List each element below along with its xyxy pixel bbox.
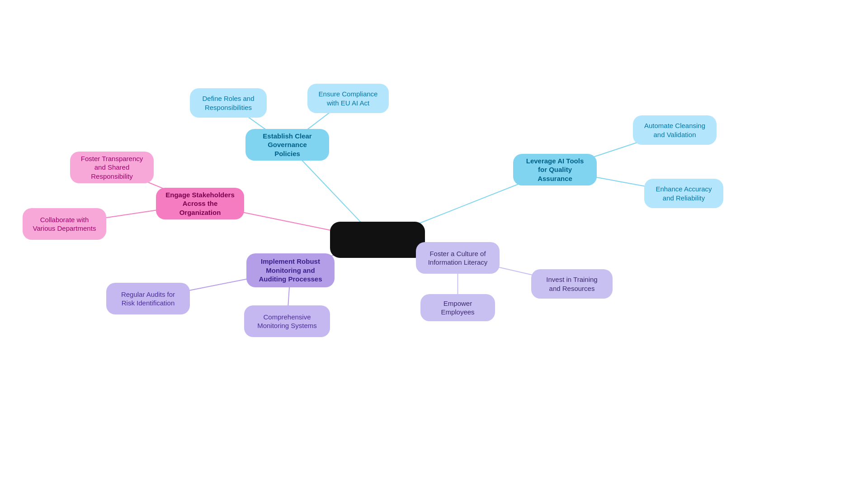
node-empower-employees: Empower Employees [420, 294, 495, 321]
node-foster-literacy: Foster a Culture of Information Literacy [416, 242, 500, 274]
node-label-foster-literacy: Foster a Culture of Information Literacy [425, 249, 491, 267]
node-label-comprehensive-monitoring: Comprehensive Monitoring Systems [253, 313, 321, 330]
node-label-implement-monitoring: Implement Robust Monitoring and Auditing… [255, 257, 326, 284]
node-collaborate-departments: Collaborate with Various Departments [23, 208, 106, 240]
node-label-automate-cleansing: Automate Cleansing and Validation [642, 121, 708, 139]
node-label-regular-audits: Regular Audits for Risk Identification [115, 290, 181, 308]
node-establish-governance: Establish Clear Governance Policies [245, 129, 329, 161]
node-label-establish-governance: Establish Clear Governance Policies [255, 132, 320, 158]
node-label-leverage-ai: Leverage AI Tools for Quality Assurance [522, 157, 588, 183]
node-implement-monitoring: Implement Robust Monitoring and Auditing… [246, 253, 335, 287]
node-label-enhance-accuracy: Enhance Accuracy and Reliability [653, 185, 714, 202]
node-label-define-roles: Define Roles and Responsibilities [199, 94, 258, 112]
node-comprehensive-monitoring: Comprehensive Monitoring Systems [244, 305, 330, 337]
node-leverage-ai: Leverage AI Tools for Quality Assurance [513, 154, 597, 186]
node-foster-transparency: Foster Transparency and Shared Responsib… [70, 152, 154, 183]
center-node [330, 222, 425, 258]
node-label-invest-training: Invest in Training and Resources [540, 275, 604, 293]
node-label-ensure-compliance: Ensure Compliance with EU AI Act [316, 90, 380, 107]
node-label-engage-stakeholders: Engage Stakeholders Across the Organizat… [165, 190, 235, 217]
node-label-foster-transparency: Foster Transparency and Shared Responsib… [79, 154, 145, 181]
node-ensure-compliance: Ensure Compliance with EU AI Act [307, 84, 389, 113]
node-label-empower-employees: Empower Employees [429, 299, 486, 317]
node-invest-training: Invest in Training and Resources [531, 269, 613, 299]
node-label-collaborate-departments: Collaborate with Various Departments [32, 215, 97, 233]
node-regular-audits: Regular Audits for Risk Identification [106, 283, 190, 314]
mindmap-container: Define Roles and ResponsibilitiesEnsure … [0, 0, 868, 490]
node-engage-stakeholders: Engage Stakeholders Across the Organizat… [156, 188, 244, 219]
node-enhance-accuracy: Enhance Accuracy and Reliability [644, 179, 723, 208]
node-define-roles: Define Roles and Responsibilities [190, 88, 267, 118]
node-automate-cleansing: Automate Cleansing and Validation [633, 115, 717, 145]
